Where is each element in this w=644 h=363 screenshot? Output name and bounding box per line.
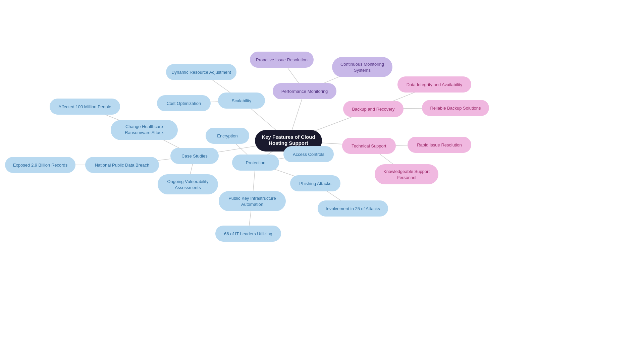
dynamic-resource-label: Dynamic Resource Adjustment (171, 70, 231, 75)
it-leaders-label: 66 of IT Leaders Utilizing (224, 231, 272, 236)
technical-support-label: Technical Support (352, 143, 386, 148)
svg-rect-44 (332, 57, 392, 77)
encryption-label: Encryption (217, 133, 237, 138)
access-controls-label: Access Controls (293, 152, 324, 157)
continuous-monitoring-label: Continuous Monitoring (340, 62, 384, 67)
svg-rect-35 (158, 174, 218, 194)
exposed-label: Exposed 2.9 Billion Records (13, 163, 68, 168)
knowledgeable-label-2: Personnel (397, 175, 417, 180)
node-scalability: Scalability (218, 93, 265, 109)
node-backup-recovery: Backup and Recovery (343, 101, 404, 117)
svg-rect-36 (219, 191, 286, 211)
cost-optimization-label: Cost Optimization (167, 101, 201, 106)
center-label: Key Features of Cloud (262, 134, 315, 140)
change-healthcare-label: Change Healthcare (125, 124, 163, 129)
node-affected: Affected 100 Million People (50, 99, 120, 115)
national-public-label: National Public Data Breach (95, 163, 150, 168)
continuous-monitoring-label-2: Systems (354, 68, 371, 73)
change-healthcare-label-2: Ransomware Attack (125, 130, 164, 135)
node-continuous-monitoring: Continuous Monitoring Systems (332, 57, 392, 77)
node-ongoing-vulnerability: Ongoing Vulnerability Assessments (158, 174, 218, 194)
node-access-controls: Access Controls (283, 146, 334, 162)
ongoing-vulnerability-label-2: Assessments (175, 185, 201, 190)
node-protection: Protection (232, 155, 279, 171)
mind-map: Key Features of Cloud Hosting Support Sc… (0, 0, 644, 363)
node-knowledgeable: Knowledgeable Support Personnel (375, 164, 438, 184)
node-performance-monitoring: Performance Monitoring (273, 83, 336, 99)
center-label-2: Hosting Support (269, 140, 308, 146)
node-it-leaders: 66 of IT Leaders Utilizing (215, 226, 281, 242)
node-case-studies: Case Studies (170, 148, 219, 164)
node-data-integrity: Data Integrity and Availability (397, 76, 471, 93)
node-cost-optimization: Cost Optimization (157, 95, 211, 111)
node-phishing-attacks: Phishing Attacks (290, 175, 340, 191)
node-reliable-backup: Reliable Backup Solutions (422, 100, 489, 116)
data-integrity-label: Data Integrity and Availability (407, 82, 463, 87)
node-technical-support: Technical Support (342, 138, 396, 154)
node-national-public: National Public Data Breach (85, 157, 159, 173)
reliable-backup-label: Reliable Backup Solutions (430, 106, 481, 111)
node-proactive-issue: Proactive Issue Resolution (250, 52, 314, 68)
backup-recovery-label: Backup and Recovery (352, 107, 395, 112)
svg-rect-50 (375, 164, 438, 184)
public-key-label-2: Automation (241, 202, 263, 207)
node-dynamic-resource: Dynamic Resource Adjustment (166, 64, 236, 80)
phishing-attacks-label: Phishing Attacks (299, 181, 331, 186)
node-public-key: Public Key Infrastructure Automation (219, 191, 286, 211)
rapid-issue-label: Rapid Issue Resolution (417, 142, 462, 147)
node-rapid-issue: Rapid Issue Resolution (408, 137, 471, 153)
proactive-issue-label: Proactive Issue Resolution (256, 57, 308, 62)
node-encryption: Encryption (206, 128, 249, 144)
involvement-label: Involvement in 25 of Attacks (326, 206, 380, 211)
node-exposed: Exposed 2.9 Billion Records (5, 157, 75, 173)
protection-label: Protection (246, 160, 266, 165)
affected-label: Affected 100 Million People (58, 104, 111, 109)
node-change-healthcare: Change Healthcare Ransomware Attack (111, 120, 178, 140)
ongoing-vulnerability-label: Ongoing Vulnerability (167, 179, 209, 184)
knowledgeable-label: Knowledgeable Support (383, 169, 430, 174)
scalability-label: Scalability (232, 98, 252, 103)
public-key-label: Public Key Infrastructure (228, 196, 276, 201)
case-studies-label: Case Studies (181, 154, 208, 159)
node-involvement: Involvement in 25 of Attacks (318, 200, 388, 217)
performance-monitoring-label: Performance Monitoring (281, 89, 328, 94)
